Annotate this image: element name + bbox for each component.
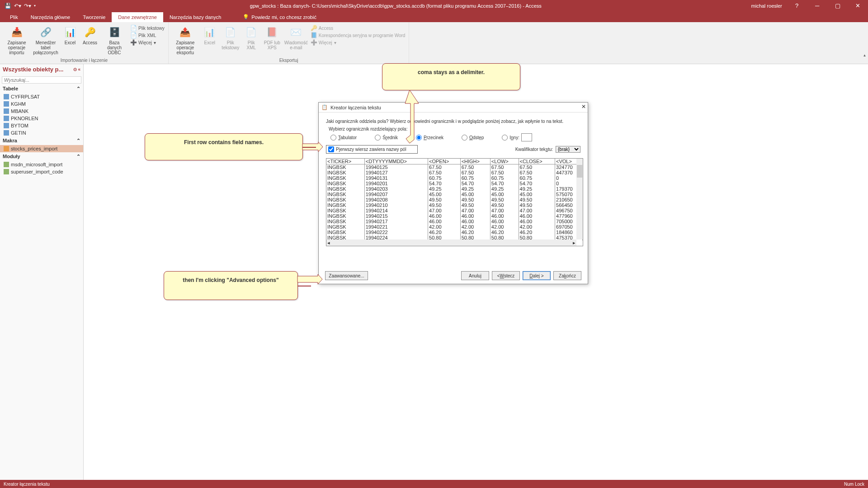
radio-other[interactable]: Inny: <box>502 133 532 141</box>
lightbulb-icon: 💡 <box>243 14 249 20</box>
word-merge-button[interactable]: 📘Korespondencja seryjna w programie Word <box>311 32 406 38</box>
nav-category-modules[interactable]: Moduły⌃ <box>0 152 83 161</box>
macro-stocks-import[interactable]: stocks_prices_import <box>0 145 83 152</box>
text-qualifier-select[interactable]: {brak} <box>556 146 580 153</box>
next-button[interactable]: Dalej > <box>523 271 551 280</box>
close-icon[interactable]: ✕ <box>848 2 868 9</box>
scroll-left-icon[interactable]: ◂ <box>327 240 330 246</box>
choose-delimiter-label: Wybierz ogranicznik rozdzielający pola: <box>326 127 580 131</box>
table-mbank[interactable]: MBANK <box>0 108 83 115</box>
access-import-button[interactable]: 🔑Access <box>81 24 99 46</box>
xml-export-button[interactable]: 📄Plik XML <box>243 24 260 51</box>
cancel-button[interactable]: Anuluj <box>461 271 489 280</box>
more-export-button[interactable]: ➕Więcej ▾ <box>311 39 406 46</box>
tab-external-data[interactable]: Dane zewnętrzne <box>112 12 163 22</box>
linked-tables-label: Menedżer tabel połączonych <box>33 40 58 55</box>
dialog-question: Jaki ogranicznik oddziela pola? Wybierz … <box>326 119 580 124</box>
access-export-label: Access <box>319 26 333 31</box>
advanced-button[interactable]: Zaawansowane... <box>325 271 368 280</box>
tab-file[interactable]: Plik <box>4 12 24 22</box>
excel-export-label: Excel <box>204 40 215 45</box>
search-input[interactable] <box>2 76 81 84</box>
collapse-icon[interactable]: ⌃ <box>76 86 80 92</box>
chevron-down-icon[interactable]: ⊙ « <box>73 67 80 72</box>
saved-exports-button[interactable]: 📤Zapisane operacje eksportu <box>172 24 198 56</box>
scroll-right-icon[interactable]: ▸ <box>573 240 576 246</box>
excel-import-button[interactable]: 📊Excel <box>61 24 79 46</box>
xml-file-icon: 📄 <box>130 32 137 38</box>
collapse-icon[interactable]: ⌃ <box>76 154 80 160</box>
pdf-export-label: PDF lub XPS <box>264 40 281 50</box>
other-delimiter-input[interactable] <box>521 133 532 141</box>
tables-label: Tabele <box>3 86 18 92</box>
tab-home[interactable]: Narzędzia główne <box>24 12 76 22</box>
tab-db-tools[interactable]: Narzędzia bazy danych <box>163 12 227 22</box>
user-name[interactable]: michal roesler <box>751 3 787 9</box>
tell-me-box[interactable]: 💡 Powiedz mi, co chcesz zrobić <box>236 12 323 22</box>
vertical-scrollbar[interactable] <box>576 159 583 239</box>
tell-me-label: Powiedz mi, co chcesz zrobić <box>251 14 316 20</box>
qat-customize-icon[interactable]: ▾ <box>34 4 36 8</box>
access-export-button[interactable]: 🔑Access <box>311 25 406 31</box>
xml-file-import-button[interactable]: 📄Plik XML <box>130 32 165 38</box>
nav-header[interactable]: Wszystkie obiekty p... ⊙ « <box>0 64 83 75</box>
linked-table-manager-button[interactable]: 🔗Menedżer tabel połączonych <box>33 24 59 56</box>
email-export-button[interactable]: ✉️Wiadomość e-mail <box>284 24 308 51</box>
first-row-checkbox[interactable]: Pierwszy wiersz zawiera nazwy pól <box>326 145 418 154</box>
ribbon-group-import: 📥Zapisane operacje importu 🔗Menedżer tab… <box>0 22 169 64</box>
email-export-label: Wiadomość e-mail <box>284 40 308 50</box>
dialog-icon: 📋 <box>321 104 328 111</box>
more-import-button[interactable]: ➕Więcej ▾ <box>130 39 165 46</box>
saved-exports-label: Zapisane operacje eksportu <box>173 40 198 55</box>
minimize-icon[interactable]: ─ <box>807 2 827 9</box>
help-icon[interactable]: ? <box>787 2 807 9</box>
macros-label: Makra <box>3 138 17 144</box>
horizontal-scrollbar[interactable]: ◂ ▸ <box>326 239 576 246</box>
export-group-label: Eksportuj <box>172 58 406 63</box>
odbc-import-button[interactable]: 🗄️Baza danych ODBC <box>101 24 127 56</box>
more-export-label: Więcej <box>319 40 332 45</box>
dialog-close-button[interactable]: ✕ <box>581 103 586 110</box>
dialog-title-bar: 📋 Kreator łączenia tekstu ✕ <box>319 103 588 113</box>
nav-category-tables[interactable]: Tabele⌃ <box>0 84 83 93</box>
text-file-import-button[interactable]: 📄Plik tekstowy <box>130 25 165 31</box>
link-text-wizard-dialog: 📋 Kreator łączenia tekstu ✕ Jaki ogranic… <box>318 102 588 284</box>
excel-export-button[interactable]: 📊Excel <box>201 24 218 46</box>
table-getin[interactable]: GETIN <box>0 129 83 136</box>
callout-delimiter: coma stays as a delimiter. <box>382 63 520 90</box>
text-file-label: Plik tekstowy <box>138 26 165 31</box>
undo-icon[interactable]: ↶▾ <box>14 3 21 9</box>
data-preview: <TICKER><DTYYYYMMDD><OPEN><HIGH><LOW><CL… <box>326 158 583 246</box>
table-pknorlen[interactable]: PKNORLEN <box>0 115 83 122</box>
window-title: gpw_stocks : Baza danych- C:\Users\micha… <box>40 3 751 9</box>
maximize-icon[interactable]: ▢ <box>827 2 848 9</box>
table-kghm[interactable]: KGHM <box>0 100 83 108</box>
text-export-button[interactable]: 📄Plik tekstowy <box>221 24 240 51</box>
collapse-icon[interactable]: ⌃ <box>76 138 80 144</box>
title-bar: 💾 ↶▾ ↷▾ ▾ gpw_stocks : Baza danych- C:\U… <box>0 0 868 11</box>
navigation-pane: Wszystkie obiekty p... ⊙ « Tabele⌃ CYFRP… <box>0 64 84 480</box>
table-bytom[interactable]: BYTOM <box>0 122 83 129</box>
xml-file-label: Plik XML <box>138 33 156 38</box>
radio-tab[interactable]: Tabulator <box>330 135 357 141</box>
table-cyfrplsat[interactable]: CYFRPLSAT <box>0 93 83 100</box>
import-group-label: Importowanie i łączenie <box>4 58 165 63</box>
saved-imports-button[interactable]: 📥Zapisane operacje importu <box>4 24 30 56</box>
text-file-icon: 📄 <box>130 25 137 31</box>
tab-create[interactable]: Tworzenie <box>76 12 112 22</box>
excel-import-label: Excel <box>65 40 75 45</box>
ribbon-collapse-icon[interactable]: ▲ <box>861 53 868 60</box>
module-superuser[interactable]: superuser_import_code <box>0 168 83 175</box>
redo-icon[interactable]: ↷▾ <box>24 3 31 9</box>
status-bar: Kreator łączenia tekstu Num Lock <box>0 480 868 488</box>
back-button[interactable]: < Wstecz <box>492 271 520 280</box>
finish-button[interactable]: Zakończ <box>553 271 581 280</box>
radio-semicolon[interactable]: Średnik <box>375 135 398 141</box>
save-icon[interactable]: 💾 <box>5 3 11 9</box>
text-export-label: Plik tekstowy <box>222 40 239 50</box>
preview-table: <TICKER><DTYYYYMMDD><OPEN><HIGH><LOW><CL… <box>326 159 583 240</box>
nav-category-macros[interactable]: Makra⌃ <box>0 136 83 145</box>
pdf-export-button[interactable]: 📕PDF lub XPS <box>263 24 282 51</box>
module-msdn[interactable]: msdn_microsoft_import <box>0 161 83 168</box>
radio-space[interactable]: Odstęp <box>462 135 484 141</box>
